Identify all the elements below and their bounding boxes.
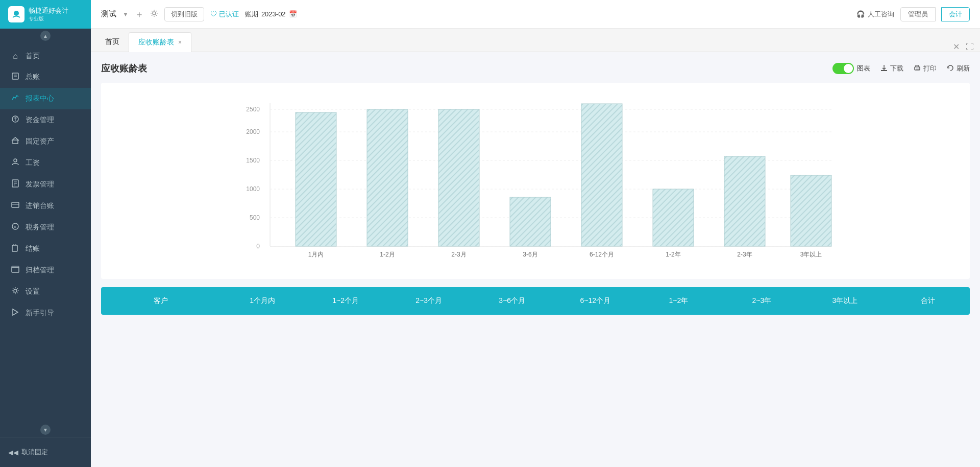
report-icon <box>10 94 20 104</box>
svg-text:500: 500 <box>250 214 260 221</box>
archive-icon <box>10 265 20 275</box>
consult-label: 人工咨询 <box>868 10 894 19</box>
svg-text:2-3年: 2-3年 <box>737 251 752 258</box>
col-header-2-3m: 2~3个月 <box>387 287 471 315</box>
print-button[interactable]: 打印 <box>914 64 937 73</box>
scroll-up-arrow[interactable]: ▲ <box>40 31 51 41</box>
print-icon <box>914 64 921 73</box>
sidebar-item-wage[interactable]: 工资 <box>0 152 91 174</box>
sidebar-label-archive: 归档管理 <box>26 266 54 275</box>
svg-rect-43 <box>438 109 479 246</box>
user-button[interactable]: 管理员 <box>900 7 936 21</box>
sidebar-item-sales[interactable]: 进销台账 <box>0 195 91 217</box>
calendar-icon[interactable]: 📅 <box>289 10 297 18</box>
consult-button[interactable]: 🎧 人工咨询 <box>856 10 894 19</box>
sidebar-item-settings[interactable]: 设置 <box>0 281 91 302</box>
workspace-chevron-icon[interactable]: ▼ <box>122 11 129 18</box>
sidebar-item-invoice[interactable]: 发票管理 <box>0 174 91 195</box>
svg-text:1500: 1500 <box>246 157 260 164</box>
sidebar-label-assets: 固定资产 <box>26 137 54 146</box>
tab-actions: ✕ ⛶ <box>953 42 980 52</box>
certified-badge: 🛡 已认证 <box>210 10 239 19</box>
sidebar-label-report: 报表中心 <box>26 94 54 103</box>
tab-close-icon[interactable]: × <box>178 39 182 46</box>
download-button[interactable]: 下载 <box>880 64 903 73</box>
svg-rect-7 <box>13 140 18 144</box>
role-button[interactable]: 会计 <box>941 7 970 21</box>
toggle-knob <box>844 64 853 73</box>
col-header-1-2y: 1~2年 <box>637 287 720 315</box>
scroll-down-btn[interactable]: ▼ <box>0 423 91 437</box>
headset-icon: 🎧 <box>856 10 865 18</box>
logo-sub: 专业版 <box>29 15 68 22</box>
print-label: 打印 <box>923 64 937 73</box>
old-version-button[interactable]: 切到旧版 <box>164 7 204 21</box>
svg-rect-51 <box>724 156 765 246</box>
period-display: 账期 2023-02 📅 <box>245 10 297 19</box>
chart-container: 0 500 1000 1500 2000 2500 1月内 1-2月 <box>101 83 970 279</box>
page-header: 应收账龄表 图表 下载 打 <box>101 62 970 75</box>
sidebar-label-close: 结账 <box>26 244 40 253</box>
sidebar-item-archive[interactable]: 归档管理 <box>0 260 91 281</box>
logo-text: 畅捷通好会计 专业版 <box>29 7 68 22</box>
sidebar-item-close[interactable]: 结账 <box>0 238 91 260</box>
svg-rect-39 <box>296 112 336 246</box>
tax-icon: ¥ <box>10 222 20 232</box>
sidebar-item-tax[interactable]: ¥ 税务管理 <box>0 217 91 238</box>
add-workspace-icon[interactable]: ＋ <box>135 8 144 20</box>
tab-home[interactable]: 首页 <box>96 32 129 52</box>
settings-icon <box>10 287 20 297</box>
svg-text:2-3月: 2-3月 <box>451 251 466 258</box>
expand-icon[interactable]: ⛶ <box>966 42 974 52</box>
gear-icon[interactable] <box>150 9 158 19</box>
svg-rect-17 <box>12 245 17 251</box>
guide-icon <box>10 308 20 318</box>
col-header-total: 合计 <box>887 287 970 315</box>
sidebar-item-fund[interactable]: 资金管理 <box>0 109 91 131</box>
sidebar-item-guide[interactable]: 新手引导 <box>0 302 91 324</box>
sidebar-item-home[interactable]: ⌂ 首页 <box>0 46 91 66</box>
svg-text:1-2年: 1-2年 <box>666 251 680 258</box>
workspace-name: 测试 <box>101 9 116 19</box>
sidebar-item-report[interactable]: 报表中心 <box>0 88 91 109</box>
svg-rect-24 <box>916 68 919 70</box>
svg-point-20 <box>14 289 17 292</box>
svg-point-22 <box>153 12 156 15</box>
home-icon: ⌂ <box>10 52 20 61</box>
svg-text:3-6月: 3-6月 <box>523 251 537 258</box>
svg-rect-53 <box>791 175 831 246</box>
chart-toggle[interactable] <box>832 63 854 74</box>
tab-report[interactable]: 应收账龄表 × <box>129 32 191 52</box>
col-header-3-6m: 3~6个月 <box>471 287 554 315</box>
download-label: 下载 <box>890 64 903 73</box>
svg-text:3年以上: 3年以上 <box>800 251 822 258</box>
col-header-1m: 1个月内 <box>221 287 304 315</box>
page-title: 应收账龄表 <box>101 62 147 75</box>
cancel-fixed-btn[interactable]: ◀◀ 取消固定 <box>0 442 91 462</box>
pin-left-icon: ◀◀ <box>8 449 18 456</box>
scroll-up-btn[interactable]: ▲ <box>0 29 91 43</box>
svg-rect-1 <box>12 73 18 79</box>
svg-text:2500: 2500 <box>246 106 260 113</box>
col-header-customer: 客户 <box>101 287 221 315</box>
svg-text:¥: ¥ <box>13 225 16 229</box>
period-value: 2023-02 <box>261 10 286 18</box>
scroll-down-arrow[interactable]: ▼ <box>40 425 51 435</box>
sidebar-label-sales: 进销台账 <box>26 201 54 211</box>
tab-home-label: 首页 <box>105 37 119 46</box>
sidebar-item-assets[interactable]: 固定资产 <box>0 131 91 152</box>
sales-icon <box>10 201 20 211</box>
sidebar-logo: 畅捷通好会计 专业版 <box>0 0 91 29</box>
col-header-6-12m: 6~12个月 <box>554 287 637 315</box>
svg-point-8 <box>14 159 17 162</box>
table-header: 客户 1个月内 1~2个月 2~3个月 3~6个月 6~12个月 1~2年 2~… <box>101 287 970 315</box>
logo-name: 畅捷通好会计 <box>29 7 68 15</box>
certified-text: 已认证 <box>219 10 239 19</box>
refresh-icon <box>947 64 954 73</box>
download-icon <box>880 64 888 73</box>
page-actions: 图表 下载 打印 刷新 <box>832 63 970 74</box>
close-window-icon[interactable]: ✕ <box>953 42 960 52</box>
refresh-button[interactable]: 刷新 <box>947 64 970 73</box>
col-header-3y-plus: 3年以上 <box>803 287 887 315</box>
sidebar-item-ledger[interactable]: 总账 <box>0 66 91 88</box>
